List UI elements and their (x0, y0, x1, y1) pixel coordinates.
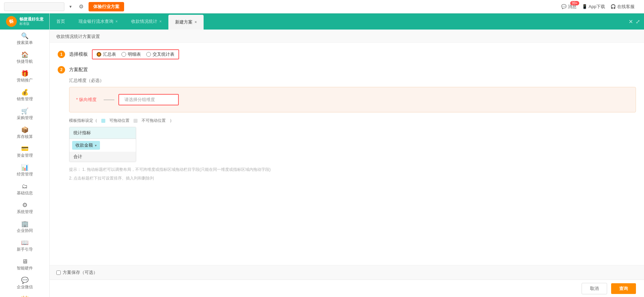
cancel-button[interactable]: 取消 (582, 283, 607, 294)
radio-detail-input[interactable] (121, 52, 126, 57)
sidebar-item-member[interactable]: 👑 畅会员 (0, 293, 49, 297)
indicator-tag-label: 收款金额 (75, 142, 93, 148)
logo-icon: 畅 (6, 16, 17, 27)
tab-newplan[interactable]: 新建方案 × (168, 15, 204, 30)
arrow-icon: —— (104, 97, 114, 103)
tab-receipts-label: 收款情况统计 (131, 18, 157, 24)
finance-icon: 💳 (21, 146, 29, 152)
box-icon: 📦 (21, 127, 29, 133)
step1-label: 选择模板 (69, 51, 88, 57)
search-input[interactable] (4, 2, 64, 11)
form-area: 1 选择模板 汇总表 明细表 (50, 43, 644, 265)
sidebar-item-inventory[interactable]: 📦 库存核算 (0, 123, 49, 142)
query-button[interactable]: 查询 (611, 283, 636, 294)
vertical-dimension-select[interactable]: 请选择分组维度 (118, 94, 179, 105)
content-wrapper: 首页 现金银行流水查询 × 收款情况统计 × 新建方案 × ✕ ⤢ (50, 13, 644, 297)
tab-newplan-close[interactable]: × (195, 20, 197, 24)
radio-summary-input[interactable] (97, 52, 101, 57)
save-checkbox[interactable] (56, 270, 61, 275)
tab-expand-btn[interactable]: ⤢ (636, 18, 640, 25)
indicator-total: 合计 (69, 152, 136, 162)
radio-detail-label: 明细表 (128, 51, 141, 57)
sidebar-item-basic[interactable]: 🗂 基础信息 (0, 180, 49, 199)
save-checkbox-label[interactable]: 方案保存（可选） (56, 269, 98, 276)
top-bar-left: ▾ ⚙ 体验行业方案 (4, 2, 561, 11)
search-icon: 🔍 (21, 33, 29, 39)
step1-row: 1 选择模板 汇总表 明细表 (58, 49, 636, 59)
wechat-icon: 💬 (21, 277, 29, 283)
enterprise-icon: 🏢 (21, 221, 29, 227)
radio-cross-label: 交叉统计表 (153, 51, 174, 57)
sidebar-item-enterprise[interactable]: 🏢 企业协同 (0, 217, 49, 236)
sidebar-label-wechat: 企业微信 (17, 284, 33, 290)
sidebar-item-guide[interactable]: 📖 新手引导 (0, 236, 49, 255)
indicator-legend: 模板指标设定（ 可拖动位置 不可拖动位置 ） (69, 118, 636, 123)
sidebar: 畅 畅捷通好生意 标准版 🔍 搜索菜单 🏠 快捷导航 🎁 营销推广 💰 销售 (0, 13, 50, 297)
dropdown-icon[interactable]: ▾ (67, 3, 74, 10)
sidebar-item-hardware[interactable]: 🖥 智能硬件 (0, 255, 49, 274)
tab-receipts-close[interactable]: × (159, 19, 162, 24)
sidebar-item-purchase[interactable]: 🛒 采购管理 (0, 105, 49, 123)
sidebar-label-finance: 资金管理 (17, 153, 33, 158)
sidebar-item-search[interactable]: 🔍 搜索菜单 (0, 30, 49, 48)
fixed-label: 不可拖动位置 (142, 118, 166, 123)
sidebar-label-management: 经营管理 (17, 171, 33, 177)
tab-close-btn[interactable]: ✕ (629, 18, 633, 25)
service-button[interactable]: 🎧 在线客服 (610, 4, 635, 10)
tab-home[interactable]: 首页 (50, 13, 72, 30)
service-label: 在线客服 (617, 4, 635, 10)
logo-badge: 标准版 (19, 21, 44, 26)
fixed-dot (133, 119, 138, 123)
tab-bar: 首页 现金银行流水查询 × 收款情况统计 × 新建方案 × ✕ ⤢ (50, 13, 644, 30)
sidebar-item-system[interactable]: ⚙ 系统管理 (0, 199, 49, 217)
tab-actions: ✕ ⤢ (629, 18, 644, 25)
tab-cashflow-label: 现金银行流水查询 (78, 18, 113, 24)
tips-area: 提示： 1. 拖动标题栏可以调整布局，不可跨维度或指标区域拖动栏目字段(只能在同… (69, 162, 636, 187)
download-label: App下载 (589, 4, 605, 10)
sidebar-item-marketing[interactable]: 🎁 营销推广 (0, 67, 49, 86)
main-content: 收款情况统计方案设置 1 选择模板 汇总表 (50, 30, 644, 297)
sidebar-label-basic: 基础信息 (17, 190, 33, 196)
radio-detail[interactable]: 明细表 (121, 51, 141, 57)
sidebar-label-hardware: 智能硬件 (17, 265, 33, 271)
draggable-dot (101, 119, 105, 123)
tab-newplan-label: 新建方案 (175, 19, 193, 25)
vertical-placeholder: 请选择分组维度 (124, 97, 155, 102)
sidebar-label-enterprise: 企业协同 (17, 228, 33, 234)
tab-cashflow[interactable]: 现金银行流水查询 × (72, 13, 124, 30)
tab-cashflow-close[interactable]: × (115, 19, 118, 24)
service-icon: 🎧 (610, 4, 616, 9)
dimension-area: * 纵向维度 —— 请选择分组维度 (69, 87, 636, 112)
home-icon: 🏠 (21, 52, 29, 58)
message-button[interactable]: 💬 消息 99+ (561, 4, 577, 10)
logo-main-text: 畅捷通好生意 (19, 17, 44, 21)
template-options-box: 汇总表 明细表 交叉统计表 (92, 49, 179, 59)
draggable-label: 可拖动位置 (109, 118, 129, 123)
message-badge: 99+ (570, 1, 579, 5)
indicator-tag-row: 收款金额 ▾ (69, 139, 136, 152)
sidebar-label-nav: 快捷导航 (17, 59, 33, 64)
save-label: 方案保存（可选） (63, 269, 98, 276)
dimension-title: 汇总维度（必选） (69, 78, 636, 84)
sidebar-item-wechat[interactable]: 💬 企业微信 (0, 274, 49, 293)
sidebar-label-marketing: 营销推广 (17, 78, 33, 83)
radio-cross-input[interactable] (146, 52, 151, 57)
download-icon: 📱 (582, 4, 587, 9)
tab-receipts[interactable]: 收款情况统计 × (124, 13, 168, 30)
radio-cross[interactable]: 交叉统计表 (146, 51, 174, 57)
settings-icon: ⚙ (22, 202, 28, 208)
gear-icon[interactable]: ⚙ (76, 2, 86, 11)
download-button[interactable]: 📱 App下载 (582, 4, 605, 10)
sidebar-item-nav[interactable]: 🏠 快捷导航 (0, 48, 49, 67)
sidebar-item-finance[interactable]: 💳 资金管理 (0, 142, 49, 161)
sidebar-item-sales[interactable]: 💰 销售管理 (0, 86, 49, 105)
sidebar-label-guide: 新手引导 (17, 247, 33, 252)
indicator-tag-amount[interactable]: 收款金额 ▾ (72, 141, 100, 150)
sidebar-item-management[interactable]: 📊 经营管理 (0, 161, 49, 180)
trial-button[interactable]: 体验行业方案 (89, 2, 124, 11)
radio-summary[interactable]: 汇总表 (97, 51, 116, 57)
step1-badge: 1 (58, 51, 65, 58)
indicator-table: 统计指标 收款金额 ▾ 合计 (69, 127, 136, 162)
message-icon: 💬 (561, 4, 567, 9)
sidebar-label-purchase: 采购管理 (17, 115, 33, 121)
